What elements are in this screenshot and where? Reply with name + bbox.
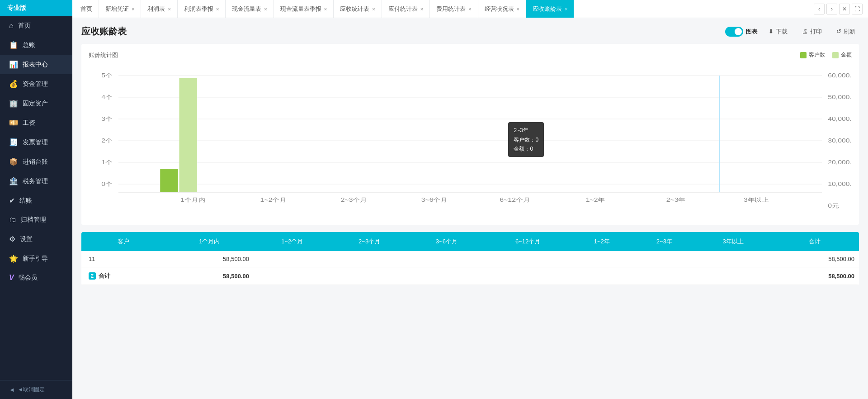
tab-business-stat-label: 经营状况表 [485, 5, 514, 13]
home-icon: ⌂ [9, 22, 14, 30]
svg-text:1~2个月: 1~2个月 [260, 197, 287, 203]
sidebar-item-label: 归档管理 [21, 216, 46, 224]
sidebar-item-invoice[interactable]: 🧾 发票管理 [0, 133, 72, 152]
reports-icon: 📊 [9, 60, 18, 69]
cell-36m [408, 251, 485, 267]
close-tab-new-voucher[interactable]: × [132, 6, 134, 12]
close-tab-profit[interactable]: × [168, 6, 170, 12]
sidebar-item-tax[interactable]: 🏦 税务管理 [0, 171, 72, 191]
col-3yplus: 3年以上 [695, 232, 770, 251]
sidebar-item-label: 资金管理 [23, 80, 48, 88]
data-table: 客户 1个月内 1~2个月 2~3个月 3~6个月 6~12个月 1~2年 2~… [81, 232, 859, 285]
sidebar-item-inventory[interactable]: 📦 进销台账 [0, 152, 72, 171]
col-36m: 3~6个月 [408, 232, 485, 251]
sidebar-item-label: 工资 [23, 119, 35, 127]
chart-toggle[interactable] [725, 27, 743, 37]
tab-ar-stat-label: 应收统计表 [340, 5, 369, 13]
refresh-label: 刷新 [844, 28, 855, 36]
legend-amount-dot [832, 52, 839, 58]
app-logo: 专业版 [0, 0, 72, 16]
tab-cashflow[interactable]: 现金流量表 × [226, 0, 274, 18]
svg-text:30,000.00元: 30,000.00元 [828, 138, 852, 144]
svg-text:2~3个月: 2~3个月 [341, 197, 367, 203]
svg-text:40,000.00元: 40,000.00元 [828, 116, 852, 122]
close-tab-ar-stat[interactable]: × [372, 6, 375, 12]
tab-fullscreen-button[interactable]: ⛶ [852, 4, 863, 14]
collapse-label: ◄取消固定 [18, 386, 45, 394]
guide-icon: 🌟 [9, 254, 18, 263]
tab-profit-label: 利润表 [147, 5, 165, 13]
chart-toggle-label: 图表 [746, 28, 758, 36]
col-total: 合计 [771, 232, 859, 251]
sidebar: 专业版 ⌂ 首页 📋 总账 📊 报表中心 💰 资金管理 🏢 固定资产 💴 工资 … [0, 0, 72, 399]
col-1m: 1个月内 [165, 232, 254, 251]
tab-next-button[interactable]: › [826, 4, 837, 14]
close-tab-ap-stat[interactable]: × [420, 6, 423, 12]
tab-new-voucher[interactable]: 新增凭证 × [99, 0, 141, 18]
tab-expense-stat[interactable]: 费用统计表 × [430, 0, 478, 18]
table-row: 11 58,500.00 58,500.00 [81, 251, 859, 267]
salary-icon: 💴 [9, 119, 18, 127]
sidebar-item-closing[interactable]: ✔ 结账 [0, 191, 72, 210]
download-button[interactable]: ⬇ 下载 [765, 26, 791, 38]
print-button[interactable]: 🖨 打印 [798, 26, 826, 38]
close-tab-cashflow[interactable]: × [264, 6, 267, 12]
table-header-row: 客户 1个月内 1~2个月 2~3个月 3~6个月 6~12个月 1~2年 2~… [81, 232, 859, 251]
close-tab-cashflow-quarterly[interactable]: × [324, 6, 327, 12]
tab-ap-stat[interactable]: 应付统计表 × [382, 0, 430, 18]
tab-prev-button[interactable]: ‹ [814, 4, 825, 14]
sidebar-item-guide[interactable]: 🌟 新手引导 [0, 249, 72, 268]
tab-expense-stat-label: 费用统计表 [436, 5, 466, 13]
svg-text:5个: 5个 [101, 72, 113, 79]
sidebar-item-label: 税务管理 [23, 177, 48, 185]
cell-total-total: 58,500.00 [771, 267, 859, 285]
sidebar-item-home[interactable]: ⌂ 首页 [0, 16, 72, 35]
svg-text:6~12个月: 6~12个月 [500, 197, 530, 203]
main-content: 首页 新增凭证 × 利润表 × 利润表季报 × 现金流量表 × 现金流量表季报 … [72, 0, 868, 399]
svg-text:1个: 1个 [101, 159, 113, 166]
total-icon: Σ [89, 272, 96, 280]
tab-profit-quarterly[interactable]: 利润表季报 × [178, 0, 226, 18]
tab-profit[interactable]: 利润表 × [141, 0, 177, 18]
closing-icon: ✔ [9, 196, 15, 205]
legend-amount: 金额 [832, 51, 852, 59]
sidebar-item-reports[interactable]: 📊 报表中心 [0, 55, 72, 74]
sidebar-item-finance[interactable]: 💰 资金管理 [0, 74, 72, 94]
refresh-button[interactable]: ↺ 刷新 [833, 26, 859, 38]
collapse-sidebar-button[interactable]: ◄ ◄取消固定 [0, 380, 72, 399]
sidebar-item-archive[interactable]: 🗂 归档管理 [0, 210, 72, 229]
sidebar-item-member[interactable]: V 畅会员 [0, 268, 72, 287]
sidebar-item-label: 结账 [19, 197, 32, 205]
refresh-icon: ↺ [836, 28, 841, 35]
chart-toggle-wrap: 图表 [725, 27, 758, 37]
inventory-icon: 📦 [9, 157, 18, 166]
sidebar-item-settings[interactable]: ⚙ 设置 [0, 229, 72, 249]
sidebar-item-label: 新手引导 [23, 255, 48, 263]
cell-total-23y [633, 267, 695, 285]
svg-text:3个: 3个 [101, 116, 113, 122]
tab-new-voucher-label: 新增凭证 [105, 5, 129, 13]
tab-ar-stat[interactable]: 应收统计表 × [334, 0, 382, 18]
close-tab-business-stat[interactable]: × [517, 6, 519, 12]
tab-ar-aging[interactable]: 应收账龄表 × [526, 0, 574, 18]
col-customer: 客户 [81, 232, 165, 251]
sidebar-item-label: 设置 [20, 235, 33, 243]
tab-close-button[interactable]: ✕ [839, 4, 850, 14]
legend-customers-dot [800, 52, 807, 58]
close-tab-ar-aging[interactable]: × [565, 6, 567, 12]
tab-home[interactable]: 首页 [74, 0, 99, 18]
tab-cashflow-quarterly-label: 现金流量表季报 [280, 5, 321, 13]
close-tab-expense-stat[interactable]: × [468, 6, 471, 12]
close-tab-profit-quarterly[interactable]: × [216, 6, 219, 12]
cell-23m [331, 251, 408, 267]
tab-business-stat[interactable]: 经营状况表 × [478, 0, 526, 18]
tab-cashflow-quarterly[interactable]: 现金流量表季报 × [274, 0, 334, 18]
cell-customer: 11 [81, 251, 165, 267]
sidebar-item-ledger[interactable]: 📋 总账 [0, 35, 72, 55]
cell-3yplus [695, 251, 770, 267]
tab-home-label: 首页 [80, 5, 92, 13]
sidebar-item-salary[interactable]: 💴 工资 [0, 113, 72, 133]
svg-text:1个月内: 1个月内 [180, 197, 206, 203]
svg-text:4个: 4个 [101, 94, 113, 100]
sidebar-item-assets[interactable]: 🏢 固定资产 [0, 94, 72, 113]
